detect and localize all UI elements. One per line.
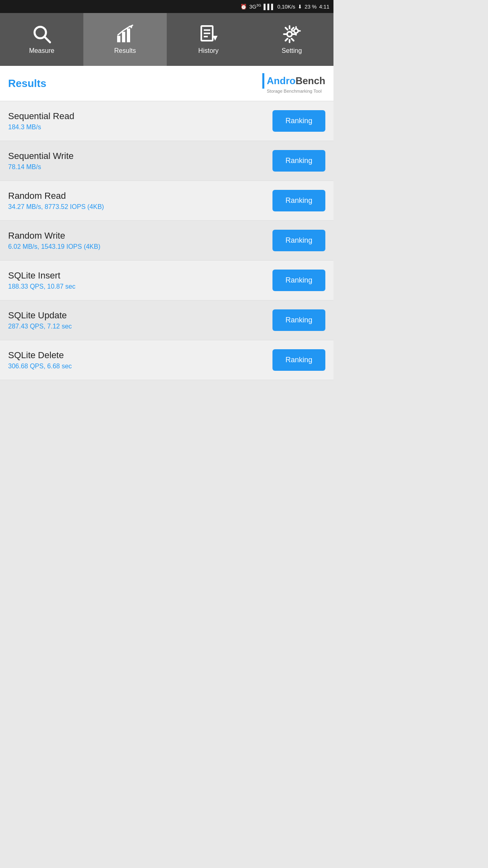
status-bar: ⏰ 3G3G ▌▌▌ 0,10K/s ⬇ 23 % 4:11 [0,0,333,13]
result-row-sequential-read: Sequential Read 184.3 MB/s Ranking [0,101,333,141]
svg-rect-4 [127,28,130,42]
result-value-sequential-read: 184.3 MB/s [8,124,74,131]
results-icon [115,24,135,44]
ranking-btn-random-read[interactable]: Ranking [272,190,325,211]
tab-setting[interactable]: Setting [250,13,333,66]
result-row-random-write: Random Write 6.02 MB/s, 1543.19 IOPS (4K… [0,221,333,261]
result-row-sequential-write: Sequential Write 78.14 MB/s Ranking [0,141,333,181]
result-name-sqlite-insert: SQLite Insert [8,270,75,281]
result-row-sqlite-delete: SQLite Delete 306.68 QPS, 6.68 sec Ranki… [0,340,333,380]
tab-results[interactable]: Results [83,13,167,66]
result-info-sqlite-delete: SQLite Delete 306.68 QPS, 6.68 sec [8,350,72,370]
results-title: Results [8,77,46,90]
svg-point-12 [294,29,298,33]
result-value-random-write: 6.02 MB/s, 1543.19 IOPS (4KB) [8,243,100,250]
result-info-random-write: Random Write 6.02 MB/s, 1543.19 IOPS (4K… [8,231,100,250]
brand-logo: AndroBench Storage Benchmarking Tool [262,73,325,94]
measure-icon [32,24,52,44]
svg-line-1 [45,37,50,42]
result-row-sqlite-insert: SQLite Insert 188.33 QPS, 10.87 sec Rank… [0,261,333,300]
result-info-sqlite-insert: SQLite Insert 188.33 QPS, 10.87 sec [8,270,75,290]
svg-rect-2 [117,36,120,42]
results-header: Results AndroBench Storage Benchmarking … [0,66,333,101]
tab-setting-label: Setting [282,47,302,54]
result-value-sqlite-insert: 188.33 QPS, 10.87 sec [8,283,75,290]
result-name-random-write: Random Write [8,231,100,241]
brand-name: AndroBench [267,75,325,87]
results-list: Sequential Read 184.3 MB/s Ranking Seque… [0,101,333,380]
brand-subtitle: Storage Benchmarking Tool [267,89,322,94]
svg-rect-3 [122,32,125,42]
result-value-sequential-write: 78.14 MB/s [8,163,74,171]
status-time: 4:11 [319,4,329,10]
result-name-sequential-write: Sequential Write [8,151,74,161]
brand-bar [262,73,264,89]
ranking-btn-sequential-write[interactable]: Ranking [272,150,325,172]
result-value-sqlite-delete: 306.68 QPS, 6.68 sec [8,363,72,370]
result-value-random-read: 34.27 MB/s, 8773.52 IOPS (4KB) [8,203,104,211]
ranking-btn-sqlite-update[interactable]: Ranking [272,309,325,331]
status-speed: 0,10K/s [277,4,295,10]
status-battery: 23 % [305,4,317,10]
tab-measure-label: Measure [29,47,54,54]
status-download: ⬇ [298,4,302,10]
ranking-btn-sqlite-insert[interactable]: Ranking [272,270,325,291]
result-info-random-read: Random Read 34.27 MB/s, 8773.52 IOPS (4K… [8,191,104,211]
result-name-sqlite-update: SQLite Update [8,310,72,321]
result-row-sqlite-update: SQLite Update 287.43 QPS, 7.12 sec Ranki… [0,300,333,340]
result-info-sequential-read: Sequential Read 184.3 MB/s [8,111,74,131]
tab-results-label: Results [114,47,136,54]
status-network: 3G3G [249,3,261,10]
nav-tabs: Measure Results History Setting [0,13,333,66]
ranking-btn-sqlite-delete[interactable]: Ranking [272,349,325,371]
result-row-random-read: Random Read 34.27 MB/s, 8773.52 IOPS (4K… [0,181,333,221]
tab-measure[interactable]: Measure [0,13,83,66]
setting-icon [282,24,302,44]
svg-point-11 [287,32,292,37]
status-signal: ▌▌▌ [264,4,275,10]
result-value-sqlite-update: 287.43 QPS, 7.12 sec [8,323,72,330]
tab-history-label: History [198,47,219,54]
status-alarm: ⏰ [240,4,247,10]
result-info-sequential-write: Sequential Write 78.14 MB/s [8,151,74,171]
history-icon [199,24,218,44]
ranking-btn-random-write[interactable]: Ranking [272,230,325,251]
result-name-random-read: Random Read [8,191,104,201]
result-info-sqlite-update: SQLite Update 287.43 QPS, 7.12 sec [8,310,72,330]
ranking-btn-sequential-read[interactable]: Ranking [272,110,325,132]
result-name-sqlite-delete: SQLite Delete [8,350,72,361]
tab-history[interactable]: History [167,13,250,66]
result-name-sequential-read: Sequential Read [8,111,74,122]
